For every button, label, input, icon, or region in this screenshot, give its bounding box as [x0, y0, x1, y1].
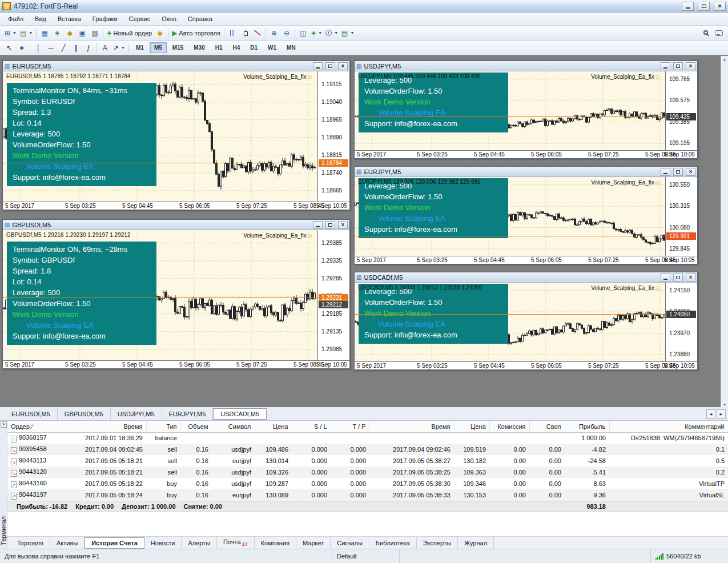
timeframe-h1-button[interactable]: H1 — [211, 42, 227, 53]
timeframe-m5-button[interactable]: M5 — [150, 42, 167, 53]
column-header-13[interactable]: Комментарий — [609, 421, 728, 432]
chart-tab-eurusdf[interactable]: EURUSDf,M5 — [5, 408, 58, 420]
chart-tab-usdjpyf[interactable]: USDJPYf,M5 — [111, 408, 162, 420]
zoom-out-button[interactable]: ⊖ — [280, 27, 293, 39]
column-header-9[interactable]: Цена — [454, 421, 489, 432]
column-header-12[interactable]: Прибыль — [565, 421, 609, 432]
terminal-tab-активы[interactable]: Активы — [50, 537, 85, 549]
column-header-0[interactable]: Ордер ∕ — [7, 421, 58, 432]
chart-line-button[interactable] — [251, 27, 264, 39]
horizontal-line-button[interactable]: ─ — [45, 42, 57, 54]
menu-item-справка[interactable]: Справка — [182, 14, 218, 24]
menu-item-файл[interactable]: Файл — [2, 14, 29, 24]
chart-window-titlebar[interactable]: ▥EURJPYf,M5× — [355, 167, 697, 177]
tile-windows-button[interactable]: ◫ — [297, 27, 309, 39]
terminal-tab-сигналы[interactable]: Сигналы — [331, 537, 369, 549]
menu-item-окно[interactable]: Окно — [156, 14, 182, 24]
timeframe-m30-button[interactable]: M30 — [189, 42, 209, 53]
timeframe-h4-button[interactable]: H4 — [228, 42, 245, 53]
history-row[interactable]: ↘904431202017.09.05 05:18:21sell0.16usdj… — [7, 467, 728, 478]
data-window-button[interactable]: + — [51, 27, 63, 39]
chart-window-titlebar[interactable]: ▥GBPUSDf,M5× — [3, 220, 349, 230]
terminal-button[interactable]: ▣ — [76, 27, 89, 39]
price-scale[interactable]: 1.191151.190401.189651.188901.188151.187… — [317, 71, 349, 202]
chart-restore-button[interactable] — [673, 274, 683, 282]
time-axis[interactable]: 5 Sep 20175 Sep 03:255 Sep 04:455 Sep 06… — [355, 361, 697, 369]
time-axis[interactable]: 5 Sep 20175 Sep 03:255 Sep 04:455 Sep 06… — [3, 202, 349, 210]
mdi-scrollbar[interactable]: ▲ ▼ — [721, 56, 728, 408]
templates-button[interactable]: ▤▼ — [340, 27, 356, 39]
chart-close-button[interactable]: × — [338, 62, 348, 70]
chart-candles-button[interactable] — [239, 27, 251, 39]
chart-window-titlebar[interactable]: ▥USDJPYf,M5× — [355, 61, 697, 71]
column-header-4[interactable]: Символ — [212, 421, 255, 432]
tab-scroll-right-button[interactable]: ► — [717, 409, 726, 419]
terminal-close-button[interactable]: × — [1, 421, 7, 428]
channel-button[interactable]: ∥ — [70, 42, 82, 54]
text-button[interactable]: A — [99, 42, 111, 54]
menu-item-сервис[interactable]: Сервис — [123, 14, 156, 24]
crosshair-button[interactable]: + — [15, 42, 28, 54]
chart-restore-button[interactable] — [325, 62, 335, 70]
cursor-button[interactable]: ↖ — [3, 42, 15, 54]
terminal-tab-эксперты[interactable]: Эксперты — [417, 537, 458, 549]
vertical-line-button[interactable]: │ — [32, 42, 45, 54]
history-row[interactable]: ↑903681572017.09.01 18:36:29balance1 000… — [7, 432, 728, 444]
chart-minimize-button[interactable] — [661, 62, 670, 70]
column-header-7[interactable]: T / P — [331, 421, 369, 432]
profiles-button[interactable]: ▤▼ — [18, 27, 34, 39]
menu-item-вставка[interactable]: Вставка — [52, 14, 87, 24]
maximize-button[interactable] — [698, 2, 710, 11]
column-header-8[interactable]: Время — [369, 421, 454, 432]
new-order-button[interactable]: +Новый ордер — [105, 27, 154, 39]
search-button[interactable] — [700, 27, 713, 39]
zoom-in-button[interactable]: ⊕ — [268, 27, 280, 39]
history-row[interactable]: ↘903954582017.09.04 09:02:45sell0.16usdj… — [7, 444, 728, 455]
window-titlebar[interactable]: ▥ 479102: FortFS-Real × — [0, 0, 728, 13]
metaeditor-button[interactable]: ◆ — [154, 27, 166, 39]
minimize-button[interactable] — [682, 2, 694, 11]
chart-tab-eurjpyf[interactable]: EURJPYf,M5 — [162, 408, 214, 420]
chart-close-button[interactable]: × — [686, 274, 695, 282]
periods-button[interactable]: ▼ — [324, 27, 340, 39]
price-scale[interactable]: 109.765109.575109.385109.195109.435 — [665, 71, 697, 150]
chart-close-button[interactable]: × — [686, 168, 695, 176]
market-watch-button[interactable]: ▦ — [38, 27, 51, 39]
new-chart-button[interactable]: ⊞▼ — [3, 27, 18, 39]
autotrade-button[interactable]: ▶Авто-торговля — [170, 27, 222, 39]
column-header-11[interactable]: Своп — [529, 421, 565, 432]
terminal-tab-новости[interactable]: Новости — [144, 537, 182, 549]
trendline-button[interactable]: ╱ — [57, 42, 70, 54]
tab-scroll-left-button[interactable]: ◄ — [706, 409, 715, 419]
timeframe-w1-button[interactable]: W1 — [263, 42, 281, 53]
chart-window-titlebar[interactable]: ▥EURUSDf,M5× — [3, 61, 349, 71]
chart-close-button[interactable]: × — [686, 62, 695, 70]
price-scale[interactable]: 130.550130.315130.080129.845129.991 — [665, 177, 697, 256]
history-row[interactable]: ↘904431132017.09.05 05:18:21sell0.16eurj… — [7, 455, 728, 467]
terminal-tab-маркет[interactable]: Маркет — [296, 537, 331, 549]
time-axis[interactable]: 5 Sep 20175 Sep 03:255 Sep 04:455 Sep 06… — [355, 256, 697, 264]
column-header-2[interactable]: Тип — [146, 421, 180, 432]
price-scale[interactable]: 1.241501.240601.239701.238801.24050 — [665, 283, 697, 361]
column-header-5[interactable]: Цена — [255, 421, 292, 432]
chart-minimize-button[interactable] — [661, 168, 670, 176]
chart-bars-button[interactable] — [226, 27, 239, 39]
time-axis[interactable]: 5 Sep 20175 Sep 03:255 Sep 04:455 Sep 06… — [355, 150, 697, 158]
fibonacci-button[interactable]: ƒ — [82, 42, 95, 54]
column-header-1[interactable]: Время — [58, 421, 146, 432]
chart-minimize-button[interactable] — [313, 62, 323, 70]
terminal-tab-алерты[interactable]: Алерты — [182, 537, 217, 549]
terminal-tab-торговля[interactable]: Торговля — [11, 537, 50, 549]
chart-minimize-button[interactable] — [661, 274, 670, 282]
chart-tab-usdcadf[interactable]: USDCADf,M5 — [213, 408, 267, 420]
terminal-tab-журнал[interactable]: Журнал — [458, 537, 494, 549]
chat-button[interactable] — [713, 27, 725, 39]
terminal-tab-библиотека[interactable]: Библиотека — [369, 537, 417, 549]
chart-minimize-button[interactable] — [313, 221, 323, 229]
indicators-button[interactable]: +▼ — [309, 27, 324, 39]
arrow-tool-button[interactable]: ↗▼ — [111, 42, 127, 54]
menu-item-графики[interactable]: Графики — [87, 14, 123, 24]
chart-restore-button[interactable] — [673, 168, 683, 176]
chart-restore-button[interactable] — [325, 221, 335, 229]
timeframe-mn-button[interactable]: MN — [282, 42, 300, 53]
